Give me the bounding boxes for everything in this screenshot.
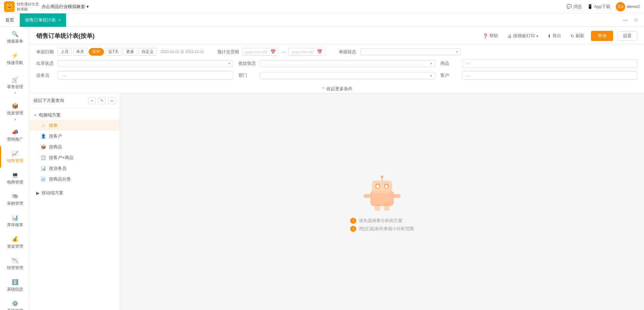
date-btn-more[interactable]: 更多 bbox=[123, 48, 137, 56]
settings-btn[interactable]: 设置 bbox=[617, 31, 637, 41]
goods-ellipsis-icon[interactable]: ··· bbox=[465, 61, 472, 66]
app-download-btn[interactable]: 📱 App下载 bbox=[587, 4, 610, 10]
sidebar-item-sales[interactable]: 📈 销售管理 bbox=[0, 146, 29, 168]
tab-minimize-btn[interactable]: — bbox=[621, 16, 629, 24]
customer-label: 客户 bbox=[440, 72, 459, 79]
help-icon: ❓ bbox=[483, 34, 488, 39]
date-btn-last7[interactable]: 近7天 bbox=[105, 48, 122, 56]
sidebar-item-finance[interactable]: 💰 资金管理 bbox=[0, 232, 29, 253]
predicted-date-section: 预计交货期 yyyy-mm-dd 📅 — yyyy-mm-dd 📅 bbox=[217, 48, 325, 56]
tab-sales-report[interactable]: 销售订单统计表 × bbox=[20, 13, 66, 27]
tab-maximize-btn[interactable]: □ bbox=[632, 16, 640, 24]
collapse-panel-btn[interactable]: « bbox=[108, 97, 116, 104]
svg-point-9 bbox=[381, 175, 383, 178]
svg-rect-11 bbox=[393, 194, 400, 198]
query-btn[interactable]: 查询 bbox=[591, 31, 613, 41]
date-btn-custom[interactable]: 自定义 bbox=[139, 48, 157, 56]
print-btn[interactable]: 🖨 按模板打印 ▾ bbox=[505, 32, 541, 40]
payment-status-section: 收款状态 ▾ bbox=[238, 60, 435, 67]
date-btn-this-year[interactable]: 本年 bbox=[89, 48, 104, 56]
payment-status-select[interactable]: ▾ bbox=[260, 60, 435, 67]
date-btn-this-month[interactable]: 本月 bbox=[73, 48, 87, 56]
pc-scheme-group: ▼ 电脑端方案 ☆ 按单 👤 按客户 📦 按商品 bbox=[30, 108, 120, 187]
doc-status-label: 单据状态 bbox=[339, 49, 358, 55]
dept-select[interactable]: ▾ bbox=[260, 72, 435, 79]
retail-icon: 🛒 bbox=[12, 76, 18, 83]
sidebar-item-system[interactable]: ⚙️ 系统管理 bbox=[0, 296, 29, 310]
pc-group-header[interactable]: ▼ 电脑端方案 bbox=[30, 110, 120, 120]
date-btn-last-month[interactable]: 上月 bbox=[58, 48, 72, 56]
sidebar-item-inventory[interactable]: 📊 库存核算 bbox=[0, 210, 29, 232]
export-icon: ⬇ bbox=[547, 34, 551, 39]
doc-status-select[interactable]: ▾ bbox=[360, 48, 461, 55]
ship-status-section: 出库状态 ▾ bbox=[36, 60, 233, 67]
export-btn[interactable]: ⬇ 导出 bbox=[545, 32, 564, 40]
scheme-item-by-order[interactable]: ☆ 按单 bbox=[30, 120, 120, 131]
sidebar-item-wholesale[interactable]: 📦 批发管理 ▴ bbox=[0, 99, 29, 125]
salesperson-input[interactable]: ··· bbox=[58, 71, 233, 80]
sidebar-item-operations[interactable]: 📉 经营管理 bbox=[0, 253, 29, 275]
content-area: 销售订单统计表(按单) ❓ 帮助 🖨 按模板打印 ▾ ⬇ 导出 ↻ 刷新 bbox=[30, 27, 644, 310]
customer-input[interactable]: ··· bbox=[462, 71, 637, 80]
user-menu[interactable]: Ea demo2 bbox=[616, 2, 640, 11]
empty-illustration bbox=[362, 172, 402, 212]
sidebar-item-retail[interactable]: 🛒 零售管理 ▾ bbox=[0, 72, 29, 99]
sidebar-item-quick-nav[interactable]: ⚡ 快捷导航 bbox=[0, 48, 29, 70]
wholesale-expand-icon: ▴ bbox=[14, 117, 16, 121]
goods-input[interactable]: ··· bbox=[462, 59, 637, 68]
add-scheme-btn[interactable]: + bbox=[88, 97, 96, 104]
scheme-item-by-goods[interactable]: 📦 按商品 bbox=[30, 142, 120, 152]
breadcrumb-arrow-icon[interactable]: ▾ bbox=[87, 4, 89, 9]
date-filter-label: 单据日期 bbox=[36, 49, 55, 55]
salesperson-ellipsis-icon[interactable]: ··· bbox=[61, 73, 67, 78]
sidebar-item-ecommerce[interactable]: 💻 电商管理 bbox=[0, 168, 29, 189]
doc-status-section: 单据状态 ▾ bbox=[339, 48, 637, 55]
scheme-icon-goods-category: 🗂 bbox=[40, 176, 46, 182]
predicted-date-start-input[interactable]: yyyy-mm-dd 📅 bbox=[242, 48, 279, 56]
filter-area: 单据日期 上月 本月 本年 近7天 更多 自定义 2023-01-01 至 20… bbox=[30, 44, 644, 94]
edit-icon: ✎ bbox=[100, 98, 104, 103]
search-icon: 🔍 bbox=[12, 31, 18, 37]
tab-close-icon[interactable]: × bbox=[58, 18, 61, 22]
tab-home[interactable]: 首页 bbox=[0, 13, 20, 27]
sidebar-item-purchase[interactable]: 🛍 采购管理 bbox=[0, 189, 29, 210]
ship-status-select[interactable]: ▾ bbox=[58, 60, 233, 67]
mobile-group-header[interactable]: ▶ 移动端方案 bbox=[30, 188, 120, 198]
minimize-icon: — bbox=[623, 17, 628, 22]
dept-chevron-icon: ▾ bbox=[430, 74, 432, 78]
sidebar-item-search[interactable]: 🔍 搜索菜单 bbox=[0, 27, 29, 48]
logo-icon: 🐱 bbox=[4, 1, 15, 12]
predicted-date-end-input[interactable]: yyyy-mm-dd 📅 bbox=[288, 48, 325, 56]
scheme-icon-salesperson: 📊 bbox=[40, 165, 46, 171]
scheme-item-by-salesperson[interactable]: 📊 按业务员 bbox=[30, 163, 120, 174]
refresh-btn[interactable]: ↻ 刷新 bbox=[568, 32, 587, 40]
topbar-right: 💬 消息 📱 App下载 Ea demo2 bbox=[567, 2, 640, 11]
message-btn[interactable]: 💬 消息 bbox=[567, 4, 582, 10]
payment-status-label: 收款状态 bbox=[238, 60, 257, 66]
breadcrumb: 办公用品行业模拟账套 ▾ bbox=[42, 4, 89, 10]
ship-status-chevron-icon: ▾ bbox=[228, 62, 230, 65]
hint-num-1: 1 bbox=[350, 218, 356, 224]
scheme-item-by-customer[interactable]: 👤 按客户 bbox=[30, 131, 120, 142]
edit-scheme-btn[interactable]: ✎ bbox=[98, 97, 106, 104]
scheme-icon-order: ☆ bbox=[40, 122, 46, 128]
quick-nav-icon: ⚡ bbox=[12, 52, 18, 59]
basic-info-icon: ℹ️ bbox=[12, 279, 18, 285]
message-icon: 💬 bbox=[567, 4, 572, 9]
customer-ellipsis-icon[interactable]: ··· bbox=[465, 73, 472, 78]
collapse-btn[interactable]: ⌃ 收起更多条件 bbox=[36, 83, 637, 93]
help-btn[interactable]: ❓ 帮助 bbox=[480, 32, 501, 40]
main-body: 按以下方案查询 + ✎ « ▼ 电脑端方案 ☆ bbox=[30, 94, 644, 310]
sidebar-item-basic-info[interactable]: ℹ️ 基础信息 bbox=[0, 275, 29, 296]
predicted-date-label: 预计交货期 bbox=[217, 49, 239, 55]
system-icon: ⚙️ bbox=[12, 300, 18, 307]
salesperson-label: 业务员 bbox=[36, 72, 55, 79]
scheme-item-by-goods-category[interactable]: 🗂 按商品分类 bbox=[30, 174, 120, 185]
mobile-scheme-group: ▶ 移动端方案 bbox=[30, 187, 120, 199]
calendar-start-icon: 📅 bbox=[270, 49, 276, 54]
ecommerce-icon: 💻 bbox=[12, 172, 18, 178]
scheme-item-by-customer-goods[interactable]: 📋 按客户+商品 bbox=[30, 152, 120, 163]
left-panel-header: 按以下方案查询 + ✎ « bbox=[30, 94, 120, 108]
hint-num-2: 2 bbox=[350, 226, 356, 232]
sidebar-item-marketing[interactable]: 📣 营销推广 bbox=[0, 125, 29, 146]
